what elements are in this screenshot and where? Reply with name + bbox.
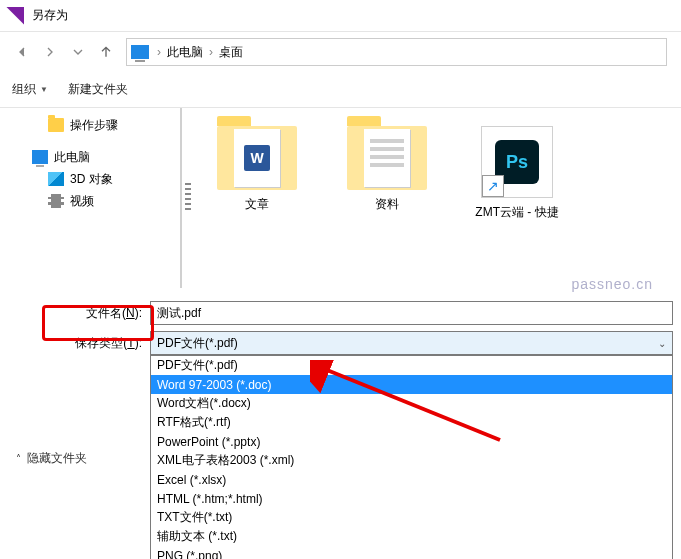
filetype-combobox[interactable]: PDF文件(*.pdf) ⌄ PDF文件(*.pdf) Word 97-2003…	[150, 331, 673, 355]
tree-label: 此电脑	[54, 149, 90, 166]
tree-item-steps[interactable]: 操作步骤	[4, 114, 176, 136]
chevron-down-icon	[70, 44, 86, 60]
arrow-up-icon	[98, 44, 114, 60]
breadcrumb-this-pc[interactable]: 此电脑	[165, 44, 205, 61]
new-folder-button[interactable]: 新建文件夹	[68, 81, 128, 98]
filetype-selected: PDF文件(*.pdf)	[157, 335, 238, 352]
nav-bar: › 此电脑 › 桌面	[0, 32, 681, 72]
titlebar: 另存为	[0, 0, 681, 32]
tree-label: 操作步骤	[70, 117, 118, 134]
filename-input[interactable]	[150, 301, 673, 325]
filetype-dropdown-list: PDF文件(*.pdf) Word 97-2003 (*.doc) Word文档…	[150, 355, 673, 559]
nav-back-button	[8, 38, 36, 66]
breadcrumb-desktop[interactable]: 桌面	[217, 44, 245, 61]
filetype-option-docx[interactable]: Word文档(*.docx)	[151, 394, 672, 413]
new-folder-label: 新建文件夹	[68, 81, 128, 98]
filetype-option-pdf[interactable]: PDF文件(*.pdf)	[151, 356, 672, 375]
folder-icon	[347, 126, 427, 190]
filetype-label: 保存类型(T):	[0, 335, 150, 352]
monitor-icon	[32, 150, 48, 164]
nav-forward-button	[36, 38, 64, 66]
organize-button[interactable]: 组织 ▼	[12, 81, 48, 98]
filetype-display[interactable]: PDF文件(*.pdf) ⌄	[150, 331, 673, 355]
tree-label: 3D 对象	[70, 171, 113, 188]
file-label: ZMT云端 - 快捷	[472, 204, 562, 221]
shortcut-arrow-icon: ↗	[482, 175, 504, 197]
file-label: 文章	[212, 196, 302, 213]
arrow-right-icon	[42, 44, 58, 60]
folder-icon: W	[217, 126, 297, 190]
filetype-option-doc[interactable]: Word 97-2003 (*.doc)	[151, 375, 672, 394]
filetype-option-txt[interactable]: TXT文件(*.txt)	[151, 508, 672, 527]
filetype-option-xml[interactable]: XML电子表格2003 (*.xml)	[151, 451, 672, 470]
file-item-ps-shortcut[interactable]: Ps ↗ ZMT云端 - 快捷	[472, 126, 562, 270]
filetype-option-xlsx[interactable]: Excel (*.xlsx)	[151, 470, 672, 489]
arrow-left-icon	[14, 44, 30, 60]
file-label: 资料	[342, 196, 432, 213]
filetype-option-aux-txt[interactable]: 辅助文本 (*.txt)	[151, 527, 672, 546]
filetype-option-pptx[interactable]: PowerPoint (*.pptx)	[151, 432, 672, 451]
form-area: 文件名(N): 保存类型(T): PDF文件(*.pdf) ⌄ PDF文件(*.…	[0, 288, 681, 358]
this-pc-icon	[131, 45, 149, 59]
film-icon	[48, 194, 64, 208]
tree-item-3d-objects[interactable]: 3D 对象	[4, 168, 176, 190]
hide-folders-toggle[interactable]: ˄ 隐藏文件夹	[16, 450, 87, 467]
filetype-option-html[interactable]: HTML (*.htm;*.html)	[151, 489, 672, 508]
filetype-row: 保存类型(T): PDF文件(*.pdf) ⌄ PDF文件(*.pdf) Wor…	[0, 328, 681, 358]
separator-icon: ›	[205, 45, 217, 59]
splitter-handle[interactable]	[180, 108, 182, 288]
chevron-down-icon: ⌄	[658, 338, 666, 349]
file-pane: W 文章 资料 Ps ↗ ZMT云端 - 快捷	[182, 108, 681, 288]
folder-icon	[48, 118, 64, 132]
hide-folders-label: 隐藏文件夹	[27, 450, 87, 467]
nav-recent-button[interactable]	[64, 38, 92, 66]
chevron-up-icon: ˄	[16, 453, 21, 464]
filename-row: 文件名(N):	[0, 298, 681, 328]
nav-up-button[interactable]	[92, 38, 120, 66]
tree-label: 视频	[70, 193, 94, 210]
body-pane: 操作步骤 此电脑 3D 对象 视频 W 文章 资	[0, 108, 681, 288]
toolbar: 组织 ▼ 新建文件夹	[0, 72, 681, 108]
filename-label: 文件名(N):	[0, 305, 150, 322]
dialog-title: 另存为	[32, 7, 68, 24]
filetype-option-rtf[interactable]: RTF格式(*.rtf)	[151, 413, 672, 432]
shortcut-icon: Ps ↗	[481, 126, 553, 198]
save-as-dialog: 另存为 › 此电脑 › 桌面 组织 ▼ 新建文件夹	[0, 0, 681, 559]
file-item-word-folder[interactable]: W 文章	[212, 126, 302, 270]
tree-item-videos[interactable]: 视频	[4, 190, 176, 212]
separator-icon: ›	[153, 45, 165, 59]
nav-tree: 操作步骤 此电脑 3D 对象 视频	[0, 108, 180, 288]
address-bar[interactable]: › 此电脑 › 桌面	[126, 38, 667, 66]
app-icon	[6, 7, 24, 25]
filetype-option-png[interactable]: PNG (*.png)	[151, 546, 672, 559]
file-item-plain-folder[interactable]: 资料	[342, 126, 432, 270]
chevron-down-icon: ▼	[40, 85, 48, 94]
cube-icon	[48, 172, 64, 186]
organize-label: 组织	[12, 81, 36, 98]
tree-item-this-pc[interactable]: 此电脑	[4, 146, 176, 168]
